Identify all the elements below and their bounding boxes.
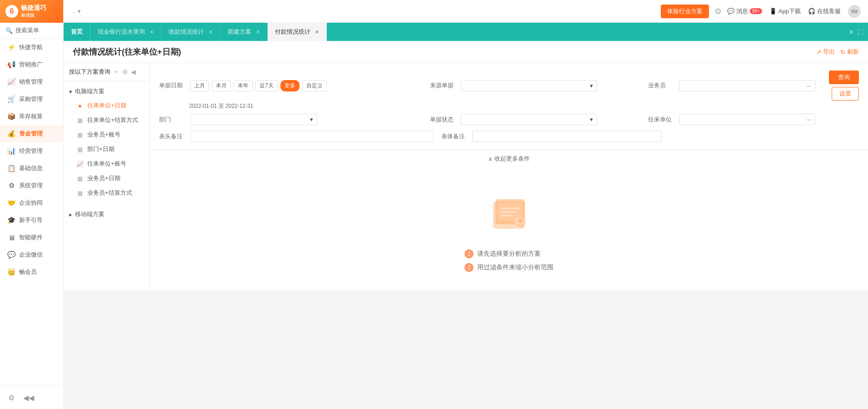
collapse-label: 收起更多条件 (494, 155, 530, 163)
online-service-label: 在线客服 (817, 7, 841, 15)
mobile-section-header[interactable]: ▸ 移动端方案 (64, 207, 150, 221)
date-range-display: 2022-01-01 至 2022-12-31 (189, 103, 253, 109)
note-body-input[interactable] (472, 131, 661, 142)
sidebar-item-finance[interactable]: 💰 资金管理 (0, 125, 63, 142)
sidebar-item-system[interactable]: ⚙ 系统管理 (0, 177, 63, 194)
sidebar-item-weixin[interactable]: 💬 企业微信 (0, 246, 63, 263)
messages-btn[interactable]: 💬 消息 99+ (727, 7, 762, 15)
sidebar-item-operation[interactable]: 📊 经营管理 (0, 142, 63, 160)
scheme-item-dept-date[interactable]: ▦ 部门+日期 (64, 142, 150, 157)
date-btn-this-year[interactable]: 本年 (234, 80, 253, 91)
date-btn-7days[interactable]: 近7天 (255, 80, 278, 91)
empty-tip-2: 2 用过滤条件来缩小分析范围 (464, 263, 554, 272)
desktop-scheme-section: ▾ 电脑端方案 ● 往来单位+日期 ▦ 往来单位+结算方式 (64, 81, 150, 204)
doc-status-label: 单据状态 (430, 116, 457, 124)
scheme-item-label: 往来单位+结算方式 (87, 116, 138, 124)
note-body-label: 表体备注 (441, 132, 469, 141)
tab-payment-stats-close[interactable]: ✕ (315, 29, 319, 35)
tab-close-all-btn[interactable]: ✕ (849, 29, 854, 35)
online-service-btn[interactable]: 🎧 在线客服 (808, 7, 841, 15)
salesman-select[interactable]: ··· (679, 80, 815, 91)
date-btn-more[interactable]: 更多 (280, 80, 299, 91)
settings-scheme-icon[interactable]: ⚙ (122, 68, 128, 76)
export-label: 导出 (823, 48, 835, 56)
tab-new-scheme[interactable]: 新建方案 ✕ (220, 23, 268, 41)
sidebar-nav: ⚡ 快捷导航 📢 营销推广 📈 销售管理 🛒 采购管理 📦 库存核算 💰 资金管… (0, 39, 63, 386)
scheme-item-partner-settlement[interactable]: ▦ 往来单位+结算方式 (64, 113, 150, 127)
salesman-chevron: ··· (806, 82, 811, 89)
sidebar-item-guide[interactable]: 🎓 新手引导 (0, 212, 63, 229)
doc-status-select[interactable]: ▾ (461, 114, 597, 125)
source-select[interactable]: ▾ (461, 80, 597, 91)
scheme-panel: 按以下方案查询 ＋ ⚙ ◀ ▾ 电脑端方案 ● (64, 63, 150, 290)
breadcrumb-chevron: ▾ (78, 8, 81, 15)
page-header: 付款情况统计(往来单位+日期) ↗ 导出 ↻ 刷新 (64, 41, 868, 63)
refresh-btn[interactable]: ↻ 刷新 (840, 48, 859, 56)
collapse-sidebar-btn[interactable]: ◀◀ (22, 391, 35, 404)
finance-icon: 💰 (7, 130, 15, 138)
sales-icon: 📈 (7, 78, 15, 86)
search-menu[interactable]: 🔍 搜索菜单 (0, 23, 63, 39)
tab-new-scheme-close[interactable]: ✕ (256, 29, 260, 35)
sidebar-item-quick-nav[interactable]: ⚡ 快捷导航 (0, 39, 63, 56)
tab-cash-flow[interactable]: 现金银行流水查询 ✕ (90, 23, 161, 41)
settings-bottom-btn[interactable]: ⚙ (5, 391, 18, 404)
date-btn-last-month[interactable]: 上月 (190, 80, 209, 91)
desktop-section-header[interactable]: ▾ 电脑端方案 (64, 85, 150, 98)
sidebar-item-hardware[interactable]: 🖥 智能硬件 (0, 229, 63, 246)
note-header-label: 表头备注 (159, 132, 186, 141)
scheme-item-salesman-date[interactable]: ▦ 业务员+日期 (64, 171, 150, 186)
note-header-input[interactable] (190, 131, 434, 142)
tab-home[interactable]: 首页 (64, 23, 90, 41)
collapse-scheme-icon[interactable]: ◀ (131, 68, 136, 76)
sidebar-item-vip[interactable]: 👑 畅会员 (0, 263, 63, 281)
tab-receipt-stats-close[interactable]: ✕ (209, 29, 213, 35)
query-btn[interactable]: 查询 (829, 71, 859, 84)
partner-select[interactable]: ··· (679, 114, 815, 125)
search-icon: 🔍 (5, 27, 13, 34)
tip-text-1: 请先选择要分析的方案 (477, 250, 541, 258)
scheme-item-label: 往来单位+账号 (87, 160, 126, 168)
collapse-more-btn[interactable]: ∧ 收起更多条件 (488, 155, 530, 163)
scheme-item-partner-date[interactable]: ● 往来单位+日期 (64, 98, 150, 113)
sidebar-item-sales[interactable]: 📈 销售管理 (0, 73, 63, 91)
tab-fullscreen-btn[interactable]: ⛶ (858, 29, 863, 35)
empty-svg (482, 186, 536, 240)
sidebar-bottom: ⚙ ◀◀ (0, 386, 63, 409)
user-avatar[interactable]: Rit (848, 5, 861, 18)
scheme-item-salesman-settlement[interactable]: ▦ 业务员+结算方式 (64, 186, 150, 200)
tab-home-label: 首页 (71, 28, 83, 36)
sidebar-item-label: 库存核算 (19, 112, 43, 121)
tab-receipt-stats[interactable]: 收款情况统计 ✕ (161, 23, 220, 41)
sidebar-item-purchase[interactable]: 🛒 采购管理 (0, 91, 63, 108)
scheme-icon: ▦ (76, 131, 84, 138)
add-scheme-icon[interactable]: ＋ (113, 68, 120, 76)
quick-nav-icon: ⚡ (7, 43, 15, 51)
sidebar-item-marketing[interactable]: 📢 营销推广 (0, 56, 63, 73)
scheme-icon: ▦ (76, 189, 84, 197)
sidebar-item-inventory[interactable]: 📦 库存核算 (0, 108, 63, 125)
app-download-btn[interactable]: 📱 App下载 (769, 7, 801, 15)
scheme-panel-title: 按以下方案查询 (69, 68, 110, 76)
setting-btn[interactable]: 设置 (832, 87, 859, 101)
scheme-item-label: 业务员+结算方式 (87, 189, 132, 197)
date-btn-this-month[interactable]: 本月 (212, 80, 231, 91)
settings-icon[interactable]: ⚙ (714, 6, 722, 16)
scheme-item-salesman-account[interactable]: ▦ 业务员+账号 (64, 127, 150, 142)
tab-payment-stats[interactable]: 付款情况统计 ✕ (268, 23, 327, 41)
sidebar-item-label: 经营管理 (19, 147, 43, 155)
page-content: 付款情况统计(往来单位+日期) ↗ 导出 ↻ 刷新 (64, 41, 868, 409)
try-industry-btn[interactable]: 体验行业方案 (661, 5, 709, 18)
messages-label: 消息 (736, 7, 748, 15)
dept-select[interactable]: ▾ (190, 114, 317, 125)
body-area: 按以下方案查询 ＋ ⚙ ◀ ▾ 电脑端方案 ● (64, 63, 868, 409)
tab-cash-flow-close[interactable]: ✕ (150, 29, 154, 35)
sidebar-item-enterprise[interactable]: 🤝 企业协同 (0, 194, 63, 212)
date-btn-custom[interactable]: 自定义 (302, 80, 327, 91)
sidebar-item-basic[interactable]: 📋 基础信息 (0, 160, 63, 177)
scheme-item-partner-account[interactable]: 📈 往来单位+账号 (64, 157, 150, 171)
empty-tip-1: 1 请先选择要分析的方案 (464, 249, 554, 258)
mobile-scheme-section: ▸ 移动端方案 (64, 204, 150, 225)
chevron-down-icon: ▾ (69, 88, 72, 95)
export-btn[interactable]: ↗ 导出 (816, 48, 835, 56)
